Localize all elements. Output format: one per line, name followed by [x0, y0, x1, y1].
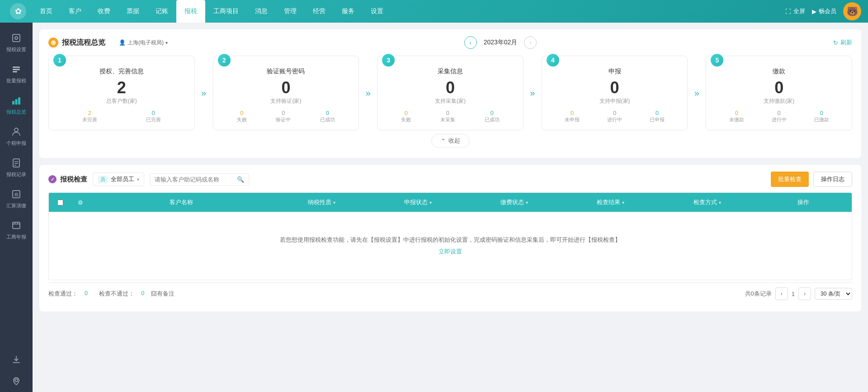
nav-settings[interactable]: 设置 — [363, 0, 392, 23]
batch-check-btn[interactable]: 批量检查 — [771, 172, 809, 187]
employee-badge: 员 — [98, 176, 108, 183]
svg-rect-7 — [18, 97, 20, 105]
svg-rect-5 — [12, 101, 14, 105]
stat-label-4-2: 已申报 — [650, 116, 665, 123]
collapse-row: ⌃ 收起 — [48, 130, 852, 151]
svg-point-20 — [15, 379, 18, 382]
search-input[interactable] — [155, 176, 235, 183]
stat-label-3-1: 未采集 — [440, 116, 455, 123]
th-tax-type[interactable]: 纳税性质 ▾ — [274, 193, 370, 212]
filter-tax-type-icon: ▾ — [333, 200, 335, 205]
vip-btn[interactable]: ▶ 畅会员 — [812, 7, 836, 15]
stat-label-1-1: 已完善 — [146, 116, 161, 123]
step-num-5: 5 — [711, 54, 723, 67]
step-subtitle-4: 支持申报(家) — [551, 97, 679, 105]
nav-messages[interactable]: 消息 — [247, 0, 276, 23]
svg-rect-6 — [15, 99, 18, 105]
select-all-checkbox[interactable] — [57, 200, 63, 206]
collapse-btn[interactable]: ⌃ 收起 — [431, 134, 470, 148]
stat-5-0: 0 未缴款 — [729, 110, 744, 123]
step-num-2: 2 — [218, 54, 231, 67]
stat-label-1-0: 未完善 — [82, 116, 97, 123]
nav-customer[interactable]: 客户 — [61, 0, 90, 23]
fail-label: 检查不通过： — [99, 290, 134, 298]
sidebar-bottom — [0, 349, 33, 392]
employee-label: 全部员工 — [111, 175, 134, 183]
next-month-btn[interactable]: › — [524, 36, 537, 49]
total-records: 共0条记录 — [745, 290, 772, 298]
table-footer: 检查通过：0 检查不通过：0 囧有备注 共0条记录 ‹ 1 › 30 条/页 — [48, 282, 852, 305]
tax-check-table: ⚙ 客户名称 纳税性质 ▾ 申报状态 ▾ 缴费状态 ▾ — [48, 192, 852, 280]
th-check-result-text: 检查结果 — [597, 198, 620, 206]
employee-select[interactable]: 员 全部员工 ▾ — [93, 172, 144, 186]
fail-count[interactable]: 0 — [141, 290, 144, 298]
sidebar-item-tax-settings[interactable]: 报税设置 — [0, 27, 33, 58]
user-avatar[interactable]: 🐻 — [843, 2, 861, 20]
prev-page-btn[interactable]: ‹ — [775, 287, 788, 300]
content-area: ⊕ 报税流程总览 👤 上海(电子税局) ▾ ‹ 2023年02月 › ↻ — [33, 23, 868, 392]
svg-rect-2 — [13, 67, 20, 68]
stat-label-4-1: 进行中 — [607, 116, 622, 123]
operation-log-btn[interactable]: 操作日志 — [813, 172, 852, 187]
nav-home[interactable]: 首页 — [32, 0, 61, 23]
tax-overview-icon — [11, 95, 22, 106]
overview-title: ⊕ 报税流程总览 — [48, 38, 105, 48]
step-stats-2: 0 失败 0 验证中 0 已成功 — [222, 110, 350, 123]
logo[interactable]: ✿ — [5, 0, 32, 23]
nav-invoice[interactable]: 票据 — [118, 0, 147, 23]
refresh-btn[interactable]: ↻ 刷新 — [833, 38, 852, 47]
prev-month-btn[interactable]: ‹ — [464, 36, 477, 49]
sidebar-label-individual-tax: 个税申报 — [6, 140, 26, 147]
stat-label-2-0: 失败 — [237, 116, 247, 123]
sidebar-item-annual-report[interactable]: 工商年报 — [0, 215, 33, 246]
purple-check-icon: ✓ — [48, 175, 57, 183]
table-header: ⚙ 客户名称 纳税性质 ▾ 申报状态 ▾ 缴费状态 ▾ — [49, 193, 852, 212]
th-operation: 操作 — [755, 193, 852, 212]
step-num-4: 4 — [547, 54, 559, 67]
svg-point-8 — [14, 128, 18, 132]
arrow-1: » — [195, 56, 213, 130]
sidebar-item-batch-tax[interactable]: 批量报税 — [0, 58, 33, 90]
th-pay-status[interactable]: 缴费状态 ▾ — [466, 193, 562, 212]
stat-label-3-2: 已成功 — [485, 116, 500, 123]
sidebar-item-tax-record[interactable]: 报税记录 — [0, 152, 33, 183]
nav-services[interactable]: 服务 — [334, 0, 363, 23]
sidebar-item-annual-settlement[interactable]: 税 汇算清缴 — [0, 183, 33, 215]
step-num-3: 3 — [382, 54, 395, 67]
location-badge[interactable]: 👤 上海(电子税局) ▾ — [119, 39, 168, 47]
search-input-wrap[interactable]: 🔍 — [150, 173, 249, 186]
sidebar-download[interactable] — [0, 349, 33, 370]
nav-fee[interactable]: 收费 — [90, 0, 118, 23]
th-declare-status[interactable]: 申报状态 ▾ — [370, 193, 466, 212]
svg-rect-0 — [13, 34, 20, 42]
fullscreen-btn[interactable]: ⛶ 全屏 — [785, 7, 805, 15]
step-count-1: 2 — [58, 78, 185, 97]
nav-management[interactable]: 管理 — [276, 0, 305, 23]
th-check-method-text: 检查方式 — [693, 198, 717, 206]
sidebar-item-tax-overview[interactable]: 报税总览 — [0, 90, 33, 121]
location-person-icon: 👤 — [119, 39, 126, 46]
sidebar-location[interactable] — [0, 370, 33, 392]
nav-tax[interactable]: 报税 — [176, 0, 205, 23]
nav-business[interactable]: 工商项目 — [205, 0, 247, 23]
nav-operations[interactable]: 经营 — [305, 0, 334, 23]
stat-num-3-1: 0 — [440, 110, 455, 116]
sidebar-label-tax-record: 报税记录 — [6, 171, 26, 178]
stat-num-3-0: 0 — [401, 110, 411, 116]
nav-accounting[interactable]: 记账 — [147, 0, 176, 23]
sidebar-item-individual-tax[interactable]: 个税申报 — [0, 121, 33, 152]
stat-num-5-1: 0 — [772, 110, 787, 116]
per-page-select[interactable]: 30 条/页 — [815, 288, 852, 300]
th-check-result[interactable]: 检查结果 ▾ — [562, 193, 659, 212]
th-checkbox[interactable] — [49, 193, 71, 212]
setup-link[interactable]: 立即设置 — [439, 246, 462, 258]
next-page-btn[interactable]: › — [798, 287, 811, 300]
refresh-icon: ↻ — [833, 39, 838, 46]
th-check-method[interactable]: 检查方式 ▾ — [659, 193, 755, 212]
th-customer-name-text: 客户名称 — [170, 198, 193, 206]
pass-count[interactable]: 0 — [85, 290, 88, 298]
sidebar: 报税设置 批量报税 报税总览 — [0, 23, 33, 392]
th-gear[interactable]: ⚙ — [71, 193, 90, 212]
step-subtitle-3: 支持采集(家) — [387, 97, 514, 105]
arrow-3: » — [524, 56, 542, 130]
